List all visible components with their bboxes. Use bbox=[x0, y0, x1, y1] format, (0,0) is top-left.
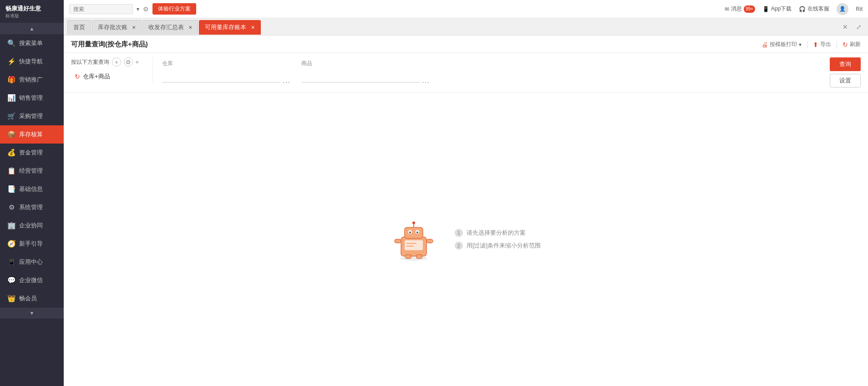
tab-available-qty[interactable]: 可用量库存账本× bbox=[199, 20, 260, 35]
refresh-btn[interactable]: ↻ 刷新 bbox=[843, 41, 861, 48]
tip-num-1: 1 bbox=[455, 229, 463, 237]
warehouse-label: 仓库 bbox=[162, 60, 290, 67]
sidebar-item-app-center[interactable]: 📱应用中心 bbox=[0, 253, 64, 271]
online-service-label: 在线客服 bbox=[807, 5, 829, 13]
sidebar-label-wechat: 企业微信 bbox=[19, 276, 43, 284]
close-all-btn[interactable]: ✕ bbox=[840, 21, 851, 32]
sidebar-icon-enterprise: 🏢 bbox=[7, 221, 15, 230]
sidebar-icon-finance: 💰 bbox=[7, 149, 15, 157]
tab-label-home: 首页 bbox=[73, 23, 85, 31]
tabs-bar: 首页库存批次账×收发存汇总表×可用量库存账本× ✕ ⤢ bbox=[64, 18, 868, 36]
svg-point-9 bbox=[409, 232, 411, 233]
sidebar-item-operations[interactable]: 📋经营管理 bbox=[0, 162, 64, 180]
sidebar-item-onboarding[interactable]: 🧭新手引导 bbox=[0, 235, 64, 253]
sidebar-item-shortcut[interactable]: ⚡快捷导航 bbox=[0, 52, 64, 71]
export-btn[interactable]: ⬆ 导出 bbox=[813, 41, 831, 48]
expand-btn[interactable]: ⤢ bbox=[853, 21, 864, 32]
add-scheme-btn[interactable]: + bbox=[112, 57, 121, 67]
svg-rect-13 bbox=[395, 239, 401, 243]
tip-text-2: 用[过滤]条件来缩小分析范围 bbox=[467, 242, 541, 250]
main-area: ▾ ⚙ 体验行业方案 ✉ 消息 99+ 📱 App下载 🎧 在线客服 👤 Rit bbox=[64, 0, 868, 386]
messages-badge: 99+ bbox=[744, 5, 755, 13]
avatar: 👤 bbox=[837, 3, 848, 15]
sidebar-item-basic[interactable]: 📑基础信息 bbox=[0, 180, 64, 198]
topbar: ▾ ⚙ 体验行业方案 ✉ 消息 99+ 📱 App下载 🎧 在线客服 👤 Rit bbox=[64, 0, 868, 18]
online-service-btn[interactable]: 🎧 在线客服 bbox=[799, 5, 829, 13]
dropdown-icon: ▾ bbox=[137, 6, 139, 12]
sidebar-item-sales[interactable]: 📊销售管理 bbox=[0, 89, 64, 107]
tab-collect-ledger[interactable]: 收发存汇总表× bbox=[142, 20, 198, 35]
sidebar-label-app-center: 应用中心 bbox=[19, 258, 43, 266]
messages-btn[interactable]: ✉ 消息 99+ bbox=[725, 5, 755, 13]
sidebar-label-enterprise: 企业协同 bbox=[19, 221, 43, 230]
page-title: 可用量查询(按仓库+商品) bbox=[71, 40, 148, 49]
sidebar-item-marketing[interactable]: 🎁营销推广 bbox=[0, 71, 64, 89]
svg-point-12 bbox=[412, 221, 415, 224]
gear-icon[interactable]: ⚙ bbox=[143, 5, 149, 13]
filter-area: 按以下方案查询 + ⚙ « ↻ 仓库+商品 仓库 … bbox=[64, 53, 868, 93]
sidebar-icon-operations: 📋 bbox=[7, 167, 15, 175]
scheme-item-warehouse-product[interactable]: ↻ 仓库+商品 bbox=[71, 70, 147, 83]
sidebar-item-purchase[interactable]: 🛒采购管理 bbox=[0, 107, 64, 125]
warehouse-more-btn[interactable]: … bbox=[282, 76, 290, 85]
sidebar-icon-sales: 📊 bbox=[7, 94, 15, 102]
empty-tip-2: 2 用[过滤]条件来缩小分析范围 bbox=[455, 242, 541, 250]
sidebar-label-system: 系统管理 bbox=[19, 203, 43, 211]
sidebar-item-finance[interactable]: 💰资金管理 bbox=[0, 144, 64, 162]
query-btn[interactable]: 查询 bbox=[830, 57, 861, 71]
sidebar-label-sales: 销售管理 bbox=[19, 94, 43, 102]
sidebar-label-purchase: 采购管理 bbox=[19, 112, 43, 120]
sidebar-scroll-up[interactable]: ▲ bbox=[0, 23, 64, 34]
industry-btn[interactable]: 体验行业方案 bbox=[152, 3, 196, 15]
tab-batch-ledger[interactable]: 库存批次账× bbox=[92, 20, 142, 35]
sidebar-label-onboarding: 新手引导 bbox=[19, 240, 43, 248]
empty-robot-illustration bbox=[391, 216, 437, 262]
print-label: 按模板打印 bbox=[770, 41, 797, 48]
tab-close-batch-ledger[interactable]: × bbox=[132, 24, 136, 31]
tab-close-collect-ledger[interactable]: × bbox=[188, 24, 192, 31]
app-download-label: App下载 bbox=[771, 5, 792, 13]
print-btn[interactable]: 🖨 按模板打印 ▾ bbox=[761, 41, 802, 48]
tip-text-1: 请先选择要分析的方案 bbox=[467, 229, 526, 237]
collapse-btn[interactable]: « bbox=[136, 59, 139, 65]
filter-actions: 查询 设置 bbox=[822, 57, 861, 87]
refresh-icon: ↻ bbox=[843, 41, 848, 48]
dropdown-btn[interactable]: ▾ bbox=[137, 6, 139, 12]
svg-rect-3 bbox=[405, 240, 423, 250]
phone-icon: 📱 bbox=[762, 6, 769, 12]
empty-state: 1 请先选择要分析的方案 2 用[过滤]条件来缩小分析范围 bbox=[64, 93, 868, 386]
scheme-settings-btn[interactable]: ⚙ bbox=[124, 57, 133, 67]
page-header: 可用量查询(按仓库+商品) 🖨 按模板打印 ▾ ⬆ 导出 ↻ 刷新 bbox=[64, 36, 868, 53]
sidebar-item-inventory[interactable]: 📦库存核算 bbox=[0, 125, 64, 144]
sidebar-icon-inventory: 📦 bbox=[7, 130, 15, 139]
tab-home[interactable]: 首页 bbox=[67, 20, 91, 35]
username[interactable]: Rit bbox=[856, 6, 863, 12]
tabs-bar-right: ✕ ⤢ bbox=[840, 21, 864, 32]
sidebar-item-member[interactable]: 👑畅会员 bbox=[0, 289, 64, 308]
scheme-refresh-icon: ↻ bbox=[75, 73, 80, 80]
sidebar-item-search[interactable]: 🔍搜索菜单 bbox=[0, 34, 64, 52]
warehouse-input[interactable] bbox=[162, 72, 280, 82]
filter-left-header: 按以下方案查询 + ⚙ « bbox=[71, 57, 147, 67]
sidebar-item-wechat[interactable]: 💬企业微信 bbox=[0, 271, 64, 289]
sidebar-icon-member: 👑 bbox=[7, 294, 15, 303]
app-download-btn[interactable]: 📱 App下载 bbox=[762, 5, 792, 13]
message-icon: ✉ bbox=[725, 6, 729, 12]
sidebar-item-enterprise[interactable]: 🏢企业协同 bbox=[0, 216, 64, 235]
settings-btn[interactable]: 设置 bbox=[830, 74, 861, 87]
tab-close-available-qty[interactable]: × bbox=[251, 24, 254, 31]
empty-tips: 1 请先选择要分析的方案 2 用[过滤]条件来缩小分析范围 bbox=[455, 229, 541, 250]
page-header-actions: 🖨 按模板打印 ▾ ⬆ 导出 ↻ 刷新 bbox=[761, 41, 861, 48]
product-more-btn[interactable]: … bbox=[421, 76, 430, 85]
topbar-right: ✉ 消息 99+ 📱 App下载 🎧 在线客服 👤 Rit bbox=[725, 3, 863, 15]
search-input[interactable] bbox=[69, 4, 133, 14]
print-icon: 🖨 bbox=[761, 41, 768, 48]
sidebar-logo: 畅康通好生意 标准版 bbox=[0, 0, 64, 23]
sidebar-item-system[interactable]: ⚙系统管理 bbox=[0, 198, 64, 216]
filter-right: 仓库 … 商品 … 查询 设置 bbox=[153, 57, 861, 87]
refresh-label: 刷新 bbox=[850, 41, 861, 48]
svg-point-10 bbox=[416, 232, 418, 233]
sidebar-label-member: 畅会员 bbox=[19, 294, 37, 303]
product-input[interactable] bbox=[301, 72, 420, 82]
sidebar-scroll-down[interactable]: ▼ bbox=[0, 308, 64, 319]
